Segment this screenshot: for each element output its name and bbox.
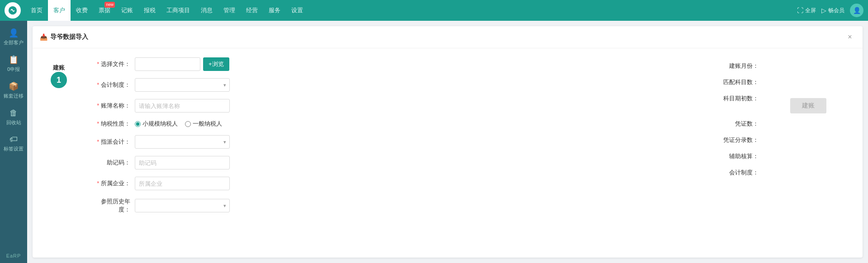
subject-initial-label: 科目期初数： — [718, 94, 759, 103]
info-accounting-system-row: 会计制度： — [718, 169, 844, 177]
company-row: 所属企业： — [94, 177, 700, 190]
sidebar-item-declaration[interactable]: 📋 0申报 — [1, 51, 26, 76]
avatar-icon: 👤 — [853, 7, 861, 14]
build-month-label: 建账月份： — [718, 62, 759, 70]
radio-small-taxpayer[interactable]: 小规模纳税人 — [135, 120, 178, 128]
accounting-system-select-wrapper — [135, 78, 230, 92]
file-label: 选择文件： — [94, 60, 130, 68]
earp-label: EaRP — [6, 253, 21, 263]
nav-item-services[interactable]: 服务 — [263, 0, 286, 21]
build-month-row: 建账月份： — [718, 62, 844, 70]
tax-type-label: 纳税性质： — [94, 120, 130, 128]
sidebar-item-tag-settings[interactable]: 🏷 标签设置 — [1, 131, 26, 155]
match-subjects-row: 匹配科目数： — [718, 78, 844, 86]
dialog-card: 📥 导爷数据导入 × 建账 1 选择文件： +浏览 — [33, 26, 863, 258]
ledger-name-label: 账簿名称： — [94, 102, 130, 110]
nav-item-business[interactable]: 工商项目 — [161, 0, 195, 21]
reference-year-select-wrapper — [135, 199, 230, 212]
memo-code-input[interactable] — [135, 156, 230, 169]
build-account-button[interactable]: 建账 — [790, 98, 826, 113]
reference-year-label: 参照历史年度： — [94, 197, 130, 214]
step-circle: 1 — [51, 72, 67, 88]
voucher-entries-row: 凭证分录数： — [718, 136, 844, 144]
ledger-name-row: 账簿名称： — [94, 99, 700, 113]
accounting-system-select[interactable] — [135, 78, 230, 92]
file-select-row: 选择文件： +浏览 — [94, 57, 700, 71]
close-button[interactable]: × — [844, 32, 855, 42]
reference-year-select[interactable] — [135, 199, 230, 212]
nav-right: ⛶ 全屏 ▷ 畅会员 👤 — [797, 4, 863, 17]
company-input[interactable] — [135, 177, 230, 190]
radio-general-input[interactable] — [185, 121, 191, 127]
info-section: 建账月份： 匹配科目数： 科目期初数： 建账 凭证数： 凭证分录数： — [718, 57, 844, 214]
nav-items: 首页 客户 收费 票据 new 记账 报税 工商项目 消息 管理 经营 服务 设… — [25, 0, 797, 21]
vip-btn[interactable]: ▷ 畅会员 — [821, 7, 844, 14]
reference-year-row: 参照历史年度： — [94, 197, 700, 214]
accountant-row: 指派会计： — [94, 135, 700, 149]
auxiliary-row: 辅助核算： — [718, 152, 844, 160]
main-content: 📥 导爷数据导入 × 建账 1 选择文件： +浏览 — [27, 21, 868, 263]
nav-item-operations[interactable]: 经营 — [241, 0, 263, 21]
radio-small-input[interactable] — [135, 121, 141, 127]
accountant-label: 指派会计： — [94, 138, 130, 146]
accountant-select-wrapper — [135, 135, 230, 149]
nav-item-fees[interactable]: 收费 — [71, 0, 93, 21]
nav-item-tax[interactable]: 报税 — [138, 0, 161, 21]
dialog-header: 📥 导爷数据导入 × — [33, 26, 863, 48]
memo-code-row: 助记码： — [94, 156, 700, 169]
migration-icon: 📦 — [9, 81, 19, 91]
ledger-name-input[interactable] — [135, 99, 230, 113]
user-avatar[interactable]: 👤 — [850, 4, 863, 17]
auxiliary-label: 辅助核算： — [718, 152, 759, 160]
all-clients-icon: 👤 — [9, 28, 19, 38]
file-input-group: +浏览 — [135, 57, 229, 71]
tax-type-radio-group: 小规模纳税人 一般纳税人 — [135, 120, 222, 128]
sidebar-item-all-clients[interactable]: 👤 全部客户 — [1, 24, 26, 49]
step-indicator: 建账 1 — [51, 57, 67, 214]
nav-item-home[interactable]: 首页 — [25, 0, 48, 21]
fullscreen-btn[interactable]: ⛶ 全屏 — [797, 7, 816, 14]
import-icon: 📥 — [40, 33, 47, 41]
voucher-count-label: 凭证数： — [718, 120, 759, 128]
accountant-select[interactable] — [135, 135, 230, 149]
nav-item-bookkeeping[interactable]: 记账 — [116, 0, 138, 21]
nav-item-clients[interactable]: 客户 — [48, 0, 71, 21]
vip-icon: ▷ — [821, 7, 826, 14]
radio-general-taxpayer[interactable]: 一般纳税人 — [185, 120, 222, 128]
nav-item-management[interactable]: 管理 — [218, 0, 241, 21]
sidebar-item-account-migration[interactable]: 📦 账套迁移 — [1, 78, 26, 103]
new-badge: new — [104, 2, 115, 8]
logo[interactable] — [5, 2, 21, 19]
dialog-title: 📥 导爷数据导入 — [40, 33, 88, 41]
browse-button[interactable]: +浏览 — [203, 57, 229, 71]
dialog-body: 建账 1 选择文件： +浏览 会计制度： — [33, 48, 863, 223]
voucher-count-row: 凭证数： — [718, 120, 844, 128]
file-input[interactable] — [135, 57, 200, 71]
sidebar: 👤 全部客户 📋 0申报 📦 账套迁移 🗑 回收站 🏷 标签设置 EaRP — [0, 21, 27, 263]
tax-type-row: 纳税性质： 小规模纳税人 一般纳税人 — [94, 120, 700, 128]
declaration-icon: 📋 — [9, 55, 19, 65]
match-subjects-label: 匹配科目数： — [718, 78, 759, 86]
sidebar-item-recycle[interactable]: 🗑 回收站 — [1, 105, 26, 129]
nav-item-messages[interactable]: 消息 — [195, 0, 218, 21]
nav-item-settings[interactable]: 设置 — [286, 0, 308, 21]
form-section: 选择文件： +浏览 会计制度： 账簿名称： — [94, 57, 700, 214]
recycle-icon: 🗑 — [9, 108, 18, 118]
accounting-system-row: 会计制度： — [94, 78, 700, 92]
tag-icon: 🏷 — [9, 135, 18, 144]
company-label: 所属企业： — [94, 179, 130, 188]
memo-code-label: 助记码： — [94, 159, 130, 167]
accounting-system-label: 会计制度： — [94, 81, 130, 89]
voucher-entries-label: 凭证分录数： — [718, 136, 759, 144]
top-navigation: 首页 客户 收费 票据 new 记账 报税 工商项目 消息 管理 经营 服务 设… — [0, 0, 868, 21]
nav-item-invoices[interactable]: 票据 new — [93, 0, 116, 21]
fullscreen-icon: ⛶ — [797, 7, 803, 14]
info-accounting-system-label: 会计制度： — [718, 169, 759, 177]
